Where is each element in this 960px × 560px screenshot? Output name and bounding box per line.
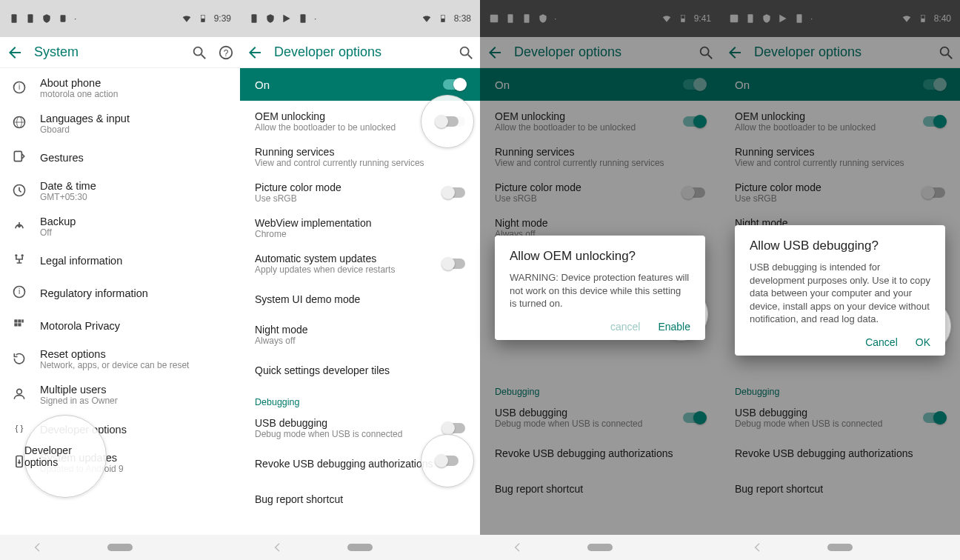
dev-item[interactable]: Revoke USB debugging authorizations	[720, 436, 960, 471]
dev-item[interactable]: WebView implementationChrome	[240, 210, 480, 246]
toggle[interactable]	[443, 116, 465, 127]
svg-rect-36	[524, 14, 530, 23]
nav-back-icon[interactable]	[752, 541, 764, 553]
wifi-icon	[181, 13, 192, 24]
toggle[interactable]	[443, 423, 465, 433]
toggle[interactable]	[443, 259, 465, 269]
system-item[interactable]: Motorola Privacy	[0, 310, 240, 342]
cancel-button[interactable]: cancel	[610, 321, 640, 333]
row-title: Regulatory information	[40, 287, 228, 299]
dev-item[interactable]: System UI demo mode	[240, 281, 480, 317]
page-title: Developer options	[274, 44, 458, 60]
toggle[interactable]	[923, 116, 945, 127]
dev-item[interactable]: Picture color modeUse sRGB	[240, 175, 480, 210]
svg-rect-23	[14, 324, 17, 327]
nav-home-icon[interactable]	[107, 544, 133, 551]
svg-rect-43	[797, 14, 802, 23]
toggle[interactable]	[683, 187, 705, 198]
dev-item[interactable]: Revoke USB debugging authorizations	[240, 446, 480, 481]
dev-item[interactable]: Picture color modeUse sRGB	[480, 175, 720, 210]
row-title: USB debugging	[255, 417, 443, 429]
row-title: Bug report shortcut	[735, 483, 945, 495]
dev-item[interactable]: Running servicesView and control current…	[720, 139, 960, 175]
dot-icon: ·	[314, 13, 316, 24]
search-icon[interactable]	[191, 44, 207, 61]
svg-rect-38	[681, 19, 684, 22]
svg-point-5	[194, 47, 202, 55]
system-item[interactable]: i About phonemotorola one action	[0, 71, 240, 107]
master-switch-banner[interactable]: On	[480, 68, 720, 101]
system-item[interactable]: Date & timeGMT+05:30	[0, 174, 240, 210]
nav-home-icon[interactable]	[587, 544, 613, 551]
search-icon[interactable]	[458, 44, 474, 61]
svg-text:i: i	[19, 288, 20, 296]
system-item[interactable]: i Regulatory information	[0, 277, 240, 310]
row-subtitle: Signed in as Owner	[40, 396, 228, 407]
row-title: Night mode	[495, 217, 705, 229]
dev-item[interactable]: Bug report shortcut	[240, 481, 480, 517]
back-icon[interactable]	[6, 44, 24, 61]
toggle[interactable]	[443, 187, 465, 198]
dot-icon: ·	[554, 13, 556, 24]
toggle[interactable]	[683, 116, 705, 127]
system-item[interactable]: { } Developer options	[0, 413, 240, 446]
row-subtitle: Gboard	[40, 124, 228, 136]
back-icon[interactable]	[486, 44, 504, 61]
dev-item[interactable]: USB debuggingDebug mode when USB is conn…	[480, 400, 720, 436]
dev-item[interactable]: Picture color modeUse sRGB	[720, 175, 960, 210]
nav-back-icon[interactable]	[512, 541, 524, 553]
nav-home-icon[interactable]	[347, 544, 373, 551]
dev-item[interactable]: USB debuggingDebug mode when USB is conn…	[240, 410, 480, 446]
search-icon[interactable]	[938, 44, 954, 61]
master-switch[interactable]	[683, 79, 705, 90]
dev-item[interactable]: OEM unlockingAllow the bootloader to be …	[240, 104, 480, 139]
dialog-title: Allow USB debugging?	[750, 239, 930, 253]
nav-home-icon[interactable]	[827, 544, 853, 551]
wifi-icon	[421, 13, 432, 24]
toggle[interactable]	[923, 187, 945, 198]
dev-item[interactable]: Running servicesView and control current…	[480, 139, 720, 175]
system-item[interactable]: Gestures	[0, 141, 240, 174]
system-item[interactable]: Reset optionsNetwork, apps, or device ca…	[0, 342, 240, 378]
master-switch-banner[interactable]: On	[720, 68, 960, 101]
back-icon[interactable]	[726, 44, 744, 61]
section-header: Debugging	[240, 388, 480, 410]
toggle[interactable]	[683, 413, 705, 423]
dev-item[interactable]: Bug report shortcut	[720, 471, 960, 507]
row-title: Bug report shortcut	[255, 493, 465, 505]
back-icon[interactable]	[246, 44, 264, 61]
nav-back-icon[interactable]	[32, 541, 44, 553]
dev-item[interactable]: Night modeAlways off	[240, 317, 480, 353]
app-bar: System ?	[0, 37, 240, 68]
svg-text:?: ?	[224, 47, 229, 58]
system-item[interactable]: Multiple usersSigned in as Owner	[0, 378, 240, 413]
dev-item[interactable]: USB debuggingDebug mode when USB is conn…	[720, 400, 960, 436]
master-switch[interactable]	[923, 79, 945, 90]
cancel-button[interactable]: Cancel	[865, 336, 898, 348]
enable-button[interactable]: Enable	[658, 321, 690, 333]
system-item[interactable]: BackupOff	[0, 210, 240, 245]
system-item[interactable]: System updatesUpdated to Android 9	[0, 446, 240, 481]
dev-item[interactable]: OEM unlockingAllow the bootloader to be …	[480, 104, 720, 139]
dev-item[interactable]: OEM unlockingAllow the bootloader to be …	[720, 104, 960, 139]
master-switch-banner[interactable]: On	[240, 68, 480, 101]
toggle[interactable]	[923, 413, 945, 423]
shield-icon	[41, 13, 52, 24]
status-time: 8:40	[934, 13, 951, 24]
dev-item[interactable]: Revoke USB debugging authorizations	[480, 436, 720, 471]
ok-button[interactable]: OK	[916, 336, 930, 348]
system-item[interactable]: Legal information	[0, 244, 240, 277]
search-icon[interactable]	[698, 44, 714, 61]
help-icon[interactable]: ?	[218, 44, 234, 61]
row-title: Revoke USB debugging authorizations	[735, 447, 945, 459]
system-item[interactable]: Languages & inputGboard	[0, 107, 240, 142]
row-subtitle: GMT+05:30	[40, 192, 228, 204]
dev-item[interactable]: Automatic system updatesApply updates wh…	[240, 246, 480, 281]
svg-rect-20	[14, 320, 17, 323]
dev-item[interactable]: Bug report shortcut	[480, 471, 720, 507]
dev-item[interactable]: Running servicesView and control current…	[240, 139, 480, 175]
dev-item[interactable]: Quick settings developer tiles	[240, 353, 480, 388]
nav-back-icon[interactable]	[272, 541, 284, 553]
master-switch[interactable]	[443, 79, 465, 90]
row-title: Automatic system updates	[255, 253, 443, 264]
